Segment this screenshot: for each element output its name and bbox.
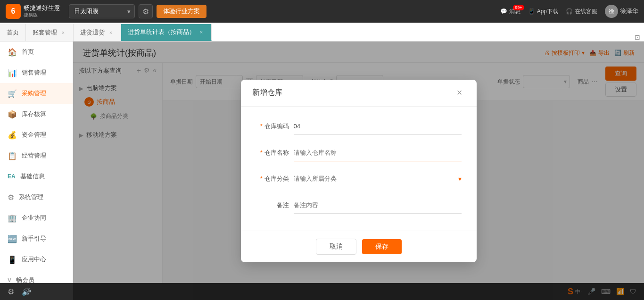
sidebar-home-label: 首页 <box>22 48 34 56</box>
logo-area: 6 畅捷通好生意 捷易版 <box>6 4 60 19</box>
sidebar-system-label: 系统管理 <box>19 193 43 201</box>
purchase-stats-tab-label: 进货单统计表（按商品） <box>128 28 195 36</box>
bottom-speaker-icon[interactable]: 🔊 <box>22 287 31 296</box>
sales-icon: 📊 <box>8 68 17 77</box>
category-label: 仓库分类 <box>256 175 294 183</box>
store-selector[interactable]: 日太阳膜 <box>69 4 135 18</box>
dialog-footer: 取消 保存 <box>241 231 477 262</box>
sidebar-item-system[interactable]: ⚙ 系统管理 <box>0 187 73 208</box>
sidebar-app-center-label: 应用中心 <box>22 255 46 264</box>
close-purchase-return-tab-icon[interactable]: × <box>107 29 114 36</box>
app-center-icon: 📱 <box>8 255 17 264</box>
system-icon: ⚙ <box>8 193 14 202</box>
name-input[interactable] <box>294 144 462 161</box>
purchase-icon: 🛒 <box>8 89 17 98</box>
new-warehouse-dialog: 新增仓库 × 仓库编码 仓库名称 仓库分类 <box>241 80 477 262</box>
finance-icon: 💰 <box>8 131 17 140</box>
code-field-row: 仓库编码 <box>256 118 462 135</box>
tab-bar: 首页 账套管理 × 进货退货 × 进货单统计表（按商品） × — ⊡ <box>0 23 644 42</box>
tab-accounts[interactable]: 账套管理 × <box>26 24 74 41</box>
username: 徐泽华 <box>620 7 638 16</box>
brand-sub: 捷易版 <box>24 12 60 18</box>
main-layout: 🏠 首页 📊 销售管理 🛒 采购管理 📦 库存核算 💰 资金管理 📋 经营管理 … <box>0 42 644 300</box>
sidebar-item-basics[interactable]: EA 基础信息 <box>0 166 73 187</box>
accounts-tab-label: 账套管理 <box>33 28 57 37</box>
sidebar-basics-label: 基础信息 <box>20 172 45 181</box>
category-select[interactable]: ▾ <box>294 171 462 187</box>
sidebar-item-operations[interactable]: 📋 经营管理 <box>0 145 73 166</box>
sidebar-sales-label: 销售管理 <box>22 68 46 77</box>
name-field-row: 仓库名称 <box>256 144 462 161</box>
sidebar-item-finance[interactable]: 💰 资金管理 <box>0 125 73 145</box>
sidebar-item-enterprise[interactable]: 🏢 企业协同 <box>0 208 73 228</box>
header-right: 💬 消息 99+ 📱 App下载 🎧 在线客服 徐 徐泽华 <box>500 5 638 18</box>
user-area[interactable]: 徐 徐泽华 <box>605 5 638 18</box>
note-input[interactable] <box>294 197 462 214</box>
category-dropdown-icon: ▾ <box>458 175 462 183</box>
app-download-button[interactable]: 📱 App下载 <box>528 8 558 16</box>
sidebar-item-inventory[interactable]: 📦 库存核算 <box>0 104 73 125</box>
mobile-icon: 📱 <box>528 8 535 15</box>
membership-icon: V <box>8 277 11 283</box>
name-label: 仓库名称 <box>256 149 294 157</box>
sidebar-newbie-label: 新手引导 <box>22 234 46 243</box>
dialog-close-button[interactable]: × <box>454 87 465 99</box>
tab-purchase-stats[interactable]: 进货单统计表（按商品） × <box>121 24 212 41</box>
sidebar: 🏠 首页 📊 销售管理 🛒 采购管理 📦 库存核算 💰 资金管理 📋 经营管理 … <box>0 42 73 300</box>
sidebar-purchase-label: 采购管理 <box>22 89 46 98</box>
top-header: 6 畅捷通好生意 捷易版 日太阳膜 ⚙ 体验行业方案 💬 消息 99+ 📱 Ap… <box>0 0 644 23</box>
code-input[interactable] <box>294 118 462 135</box>
tab-home[interactable]: 首页 <box>0 24 26 41</box>
headset-icon: 🎧 <box>566 8 573 15</box>
modal-overlay[interactable]: 新增仓库 × 仓库编码 仓库名称 仓库分类 <box>73 42 644 300</box>
cancel-button[interactable]: 取消 <box>316 239 356 255</box>
sidebar-enterprise-label: 企业协同 <box>22 214 46 222</box>
message-icon: 💬 <box>500 8 507 15</box>
note-field-row: 备注 <box>256 197 462 214</box>
dialog-header: 新增仓库 × <box>241 80 477 107</box>
purchase-return-tab-label: 进货退货 <box>80 28 105 37</box>
operations-icon: 📋 <box>8 151 17 160</box>
bottom-settings-icon[interactable]: ⚙ <box>8 287 14 296</box>
brand-name: 畅捷通好生意 <box>24 4 60 12</box>
sidebar-operations-label: 经营管理 <box>22 151 46 160</box>
sidebar-item-sales[interactable]: 📊 销售管理 <box>0 62 73 83</box>
newbie-icon: 🆕 <box>8 234 17 243</box>
messages-button[interactable]: 💬 消息 99+ <box>500 8 520 16</box>
trial-button[interactable]: 体验行业方案 <box>157 5 206 18</box>
settings-button[interactable]: ⚙ <box>139 4 153 18</box>
sidebar-inventory-label: 库存核算 <box>22 110 46 118</box>
enterprise-icon: 🏢 <box>8 214 17 223</box>
tab-expand-icon[interactable]: ⊡ <box>635 33 640 41</box>
app-logo: 6 <box>6 4 21 19</box>
category-input[interactable] <box>294 171 458 187</box>
dialog-title: 新增仓库 <box>252 88 282 98</box>
close-purchase-stats-tab-icon[interactable]: × <box>198 29 205 35</box>
message-badge: 99+ <box>513 5 524 10</box>
dialog-body: 仓库编码 仓库名称 仓库分类 ▾ <box>241 107 477 231</box>
sidebar-finance-label: 资金管理 <box>22 131 46 139</box>
code-label: 仓库编码 <box>256 122 294 131</box>
content-area: 进货单统计(按商品) 🖨 按模板打印 ▾ 📤 导出 🔄 刷新 <box>73 42 644 300</box>
home-tab-label: 首页 <box>7 28 19 37</box>
basics-icon: EA <box>8 173 16 180</box>
sidebar-item-app-center[interactable]: 📱 应用中心 <box>0 249 73 270</box>
sidebar-item-purchase[interactable]: 🛒 采购管理 <box>0 83 73 104</box>
note-label: 备注 <box>256 201 294 209</box>
category-field-row: 仓库分类 ▾ <box>256 171 462 187</box>
tab-minimize-icon[interactable]: — <box>626 33 633 41</box>
sidebar-item-newbie[interactable]: 🆕 新手引导 <box>0 228 73 249</box>
save-button[interactable]: 保存 <box>362 239 402 254</box>
tab-controls: — ⊡ <box>626 33 644 41</box>
inventory-icon: 📦 <box>8 110 17 119</box>
tab-purchase-return[interactable]: 进货退货 × <box>74 24 121 41</box>
close-accounts-tab-icon[interactable]: × <box>60 29 66 36</box>
home-icon: 🏠 <box>8 48 17 57</box>
sidebar-item-home[interactable]: 🏠 首页 <box>0 42 73 62</box>
avatar: 徐 <box>605 5 618 18</box>
online-service-button[interactable]: 🎧 在线客服 <box>566 8 597 16</box>
